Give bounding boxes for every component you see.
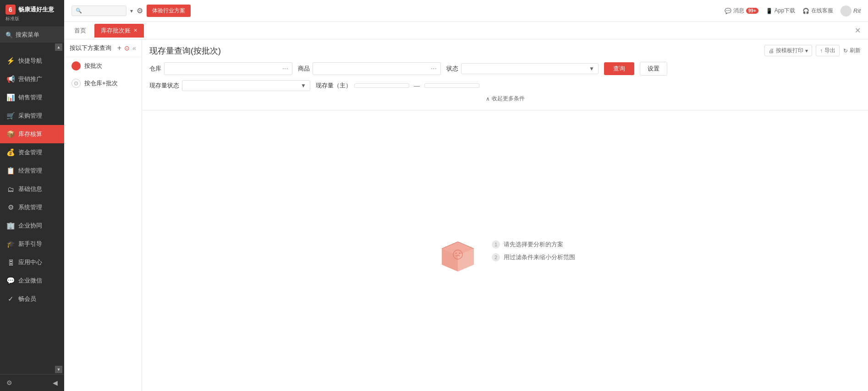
brand-edition: 标准版 xyxy=(5,16,59,22)
topbar-gear-icon[interactable]: ⚙ xyxy=(137,6,143,15)
warehouse-input[interactable]: ··· xyxy=(164,62,292,75)
scroll-down-arrow[interactable]: ▼ xyxy=(55,366,62,373)
sidebar-item-appcenter[interactable]: 🎛 应用中心 xyxy=(0,253,64,272)
scroll-up-arrow[interactable]: ▲ xyxy=(55,43,62,51)
quick-nav-icon: ⚡ xyxy=(6,57,15,65)
topbar-service[interactable]: 🎧 在线客服 xyxy=(802,7,833,15)
print-dropdown-icon: ▾ xyxy=(805,48,808,54)
plan-item-by-warehouse-batch[interactable]: ⊙ 按仓库+批次 xyxy=(64,75,142,92)
export-btn[interactable]: ↑ 导出 xyxy=(816,45,840,56)
warehouse-dots-icon[interactable]: ··· xyxy=(282,65,288,73)
collapse-up-icon: ∧ xyxy=(486,96,490,102)
sidebar-item-label: 畅会员 xyxy=(18,295,36,303)
sidebar-item-label: 企业协同 xyxy=(18,222,42,230)
stock-status-label: 现存量状态 xyxy=(149,81,179,90)
inventory-icon: 📦 xyxy=(6,130,15,138)
app-icon: 📱 xyxy=(766,8,773,14)
left-panel-title: 按以下方案查询 xyxy=(70,44,111,52)
topbar-search-box[interactable]: 🔍 xyxy=(71,5,126,16)
sidebar-collapse-icon[interactable]: ◀ xyxy=(53,379,58,386)
panel-close-icon[interactable]: ✕ xyxy=(851,26,864,35)
topbar-dropdown[interactable]: ▾ xyxy=(130,8,133,14)
tab-close-icon[interactable]: ✕ xyxy=(133,27,137,33)
topbar-msg-label: 消息 xyxy=(733,7,744,15)
sidebar-item-label: 营销推广 xyxy=(18,75,42,83)
main-area: 🔍 ▾ ⚙ 体验行业方案 💬 消息 99+ 📱 App下载 🎧 在线客服 xyxy=(64,0,868,391)
tab-home-label: 首页 xyxy=(74,27,86,35)
plan-settings-icon[interactable]: ⊙ xyxy=(124,44,130,52)
msg-badge: 99+ xyxy=(746,8,758,14)
topbar-service-label: 在线客服 xyxy=(811,7,833,15)
sidebar-item-marketing[interactable]: 📢 营销推广 xyxy=(0,70,64,88)
stock-qty-label: 现存量（主） xyxy=(316,81,352,90)
sidebar-header: 6 畅康通好生意 标准版 xyxy=(0,0,64,27)
sidebar-item-quick-nav[interactable]: ⚡ 快捷导航 xyxy=(0,52,64,70)
refresh-btn[interactable]: ↻ 刷新 xyxy=(843,47,861,54)
tab-batch-account[interactable]: 库存批次账 ✕ xyxy=(94,24,144,38)
enterprise-icon: 🏢 xyxy=(6,222,15,230)
filter-row-1: 仓库 ··· 商品 ··· 状态 xyxy=(149,62,861,76)
topbar-msg[interactable]: 💬 消息 99+ xyxy=(725,7,758,15)
topbar-user-label: Rit xyxy=(853,7,861,14)
sidebar-settings-icon[interactable]: ⚙ xyxy=(6,379,12,386)
sidebar-item-corpwechat[interactable]: 💬 企业微信 xyxy=(0,272,64,290)
sidebar-item-finance[interactable]: 💰 资金管理 xyxy=(0,143,64,162)
topbar-search-icon: 🔍 xyxy=(76,8,82,14)
tip-num-2: 2 xyxy=(492,253,500,261)
content-body: 1 请先选择要分析的方案 2 用过滤条件来缩小分析范围 xyxy=(142,110,868,391)
goods-input[interactable]: ··· xyxy=(313,62,441,75)
stock-qty-from[interactable] xyxy=(354,83,409,88)
service-icon: 🎧 xyxy=(802,8,809,14)
stock-qty-dash: — xyxy=(412,82,422,89)
plan-item-by-batch[interactable]: ⊙ 按批次 xyxy=(64,57,142,75)
status-filter: 状态 ▼ xyxy=(446,63,599,74)
plan-label-by-batch: 按批次 xyxy=(84,62,102,70)
plan-icon-warehouse-batch: ⊙ xyxy=(71,79,81,88)
trial-btn[interactable]: 体验行业方案 xyxy=(147,5,191,17)
goods-dots-icon[interactable]: ··· xyxy=(431,65,437,73)
empty-illustration xyxy=(435,228,481,274)
sidebar-item-basics[interactable]: 🗂 基础信息 xyxy=(0,180,64,198)
brand-name: 畅康通好生意 xyxy=(18,5,54,14)
sidebar-item-label: 快捷导航 xyxy=(18,57,42,65)
collapse-panel-icon[interactable]: « xyxy=(132,44,136,52)
status-dropdown[interactable]: ▼ xyxy=(461,63,599,74)
sidebar-item-members[interactable]: ✓ 畅会员 xyxy=(0,290,64,308)
export-btn-label: 导出 xyxy=(824,47,835,54)
tab-home[interactable]: 首页 xyxy=(68,24,93,38)
sidebar-item-enterprise[interactable]: 🏢 企业协同 xyxy=(0,217,64,235)
sidebar-item-label: 新手引导 xyxy=(18,240,42,248)
print-btn[interactable]: 🖨 按模板打印 ▾ xyxy=(764,45,812,56)
collapse-row[interactable]: ∧ 收起更多条件 xyxy=(149,91,861,106)
sidebar-item-system[interactable]: ⚙ 系统管理 xyxy=(0,198,64,217)
stock-status-arrow-icon: ▼ xyxy=(301,82,306,89)
sidebar-search[interactable]: 🔍 搜索菜单 xyxy=(0,27,64,43)
topbar-app[interactable]: 📱 App下载 xyxy=(766,7,795,15)
print-icon: 🖨 xyxy=(769,48,774,54)
topbar-app-label: App下载 xyxy=(775,7,795,15)
page-header-top: 现存量查询(按批次) 🖨 按模板打印 ▾ ↑ 导出 ↻ xyxy=(149,45,861,56)
tip-text-2: 用过滤条件来缩小分析范围 xyxy=(504,253,575,261)
basics-icon: 🗂 xyxy=(6,185,15,193)
page-header: 现存量查询(按批次) 🖨 按模板打印 ▾ ↑ 导出 ↻ xyxy=(142,39,868,110)
stock-status-dropdown[interactable]: ▼ xyxy=(182,80,310,91)
sidebar-item-newbie[interactable]: 🎓 新手引导 xyxy=(0,235,64,253)
stock-status-filter: 现存量状态 ▼ xyxy=(149,80,310,91)
stock-qty-to[interactable] xyxy=(424,83,479,88)
add-plan-icon[interactable]: + xyxy=(117,44,121,52)
topbar-user[interactable]: Rit xyxy=(841,5,861,16)
sidebar-item-operations[interactable]: 📋 经营管理 xyxy=(0,162,64,180)
sidebar-item-inventory[interactable]: 📦 库存核算 xyxy=(0,125,64,143)
sidebar-item-sales[interactable]: 📊 销售管理 xyxy=(0,88,64,107)
sidebar-item-label: 资金管理 xyxy=(18,148,42,157)
tip-num-1: 1 xyxy=(492,240,500,249)
sidebar-search-label: 搜索菜单 xyxy=(16,31,39,39)
status-label: 状态 xyxy=(446,65,458,73)
corpwechat-icon: 💬 xyxy=(6,277,15,285)
sidebar-item-purchase[interactable]: 🛒 采购管理 xyxy=(0,107,64,125)
topbar-right: 💬 消息 99+ 📱 App下载 🎧 在线客服 Rit xyxy=(725,5,861,16)
empty-state: 1 请先选择要分析的方案 2 用过滤条件来缩小分析范围 xyxy=(435,228,575,274)
page-title: 现存量查询(按批次) xyxy=(149,45,221,56)
settings-btn[interactable]: 设置 xyxy=(640,62,667,76)
query-btn[interactable]: 查询 xyxy=(604,62,634,75)
